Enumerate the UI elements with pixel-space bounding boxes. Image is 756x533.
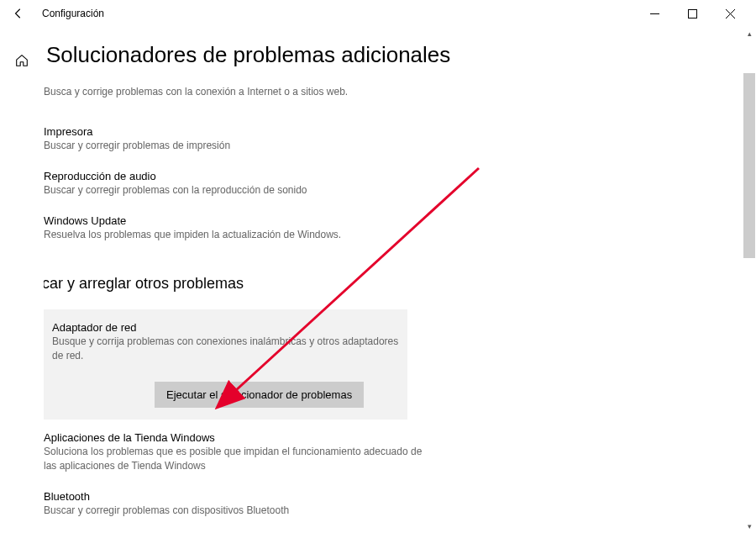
troubleshooter-audio[interactable]: Reproducción de audio Buscar y corregir … (44, 166, 430, 208)
troubleshooter-title: Reproducción de audio (44, 170, 430, 182)
troubleshooter-desc: Busca y corrige problemas con la conexió… (44, 85, 430, 99)
troubleshooter-printer[interactable]: Impresora Buscar y corregir problemas de… (44, 122, 430, 163)
troubleshooter-title: Bluetooth (44, 490, 430, 503)
main-panel: Solucionadores de problemas adicionales … (44, 27, 756, 533)
troubleshooter-desc: Resuelva los problemas que impiden la ac… (44, 228, 430, 242)
troubleshooter-desc: Buscar y corregir problemas de impresión (44, 139, 430, 153)
home-icon[interactable] (12, 50, 32, 71)
run-troubleshooter-button[interactable]: Ejecutar el solucionador de problemas (155, 382, 364, 408)
minimize-button[interactable] (636, 1, 674, 26)
troubleshooter-netadapter[interactable]: Adaptador de red Busque y corrija proble… (44, 309, 407, 420)
monitor-icon (44, 321, 46, 345)
troubleshooter-title: Adaptador de red (52, 321, 399, 334)
troubleshooter-title: Impresora (44, 125, 430, 138)
left-rail (0, 27, 44, 533)
content-area: Solucionadores de problemas adicionales … (0, 27, 756, 533)
page-title: Solucionadores de problemas adicionales (46, 42, 727, 68)
maximize-button[interactable] (674, 1, 711, 26)
troubleshooter-title: Aplicaciones de la Tienda Windows (44, 431, 430, 444)
troubleshooter-bluetooth[interactable]: Bluetooth Buscar y corregir problemas co… (44, 487, 430, 528)
section-header: Buscar y arreglar otros problemas (44, 275, 727, 293)
vertical-scrollbar[interactable]: ▴ ▾ (743, 27, 756, 533)
close-button[interactable] (711, 1, 749, 26)
troubleshooter-internet[interactable]: Busca y corrige problemas con la conexió… (44, 82, 430, 119)
troubleshooter-store[interactable]: Aplicaciones de la Tienda Windows Soluci… (44, 428, 430, 483)
troubleshooter-title: Windows Update (44, 214, 430, 227)
app-title: Configuración (42, 8, 104, 19)
troubleshooter-desc: Soluciona los problemas que es posible q… (44, 445, 430, 473)
titlebar: Configuración (0, 0, 756, 27)
troubleshooter-desc: Buscar y corregir problemas con disposit… (44, 504, 430, 518)
svg-rect-1 (689, 9, 697, 18)
back-button[interactable] (7, 2, 30, 25)
window-controls (636, 1, 749, 26)
scroll-thumb[interactable] (743, 73, 755, 258)
troubleshooter-desc: Busque y corrija problemas con conexione… (52, 335, 399, 363)
scroll-down-arrow[interactable]: ▾ (743, 520, 756, 533)
troubleshooter-winupdate[interactable]: Windows Update Resuelva los problemas qu… (44, 211, 430, 252)
scroll-up-arrow[interactable]: ▴ (743, 27, 756, 40)
troubleshooter-desc: Buscar y corregir problemas con la repro… (44, 183, 430, 198)
